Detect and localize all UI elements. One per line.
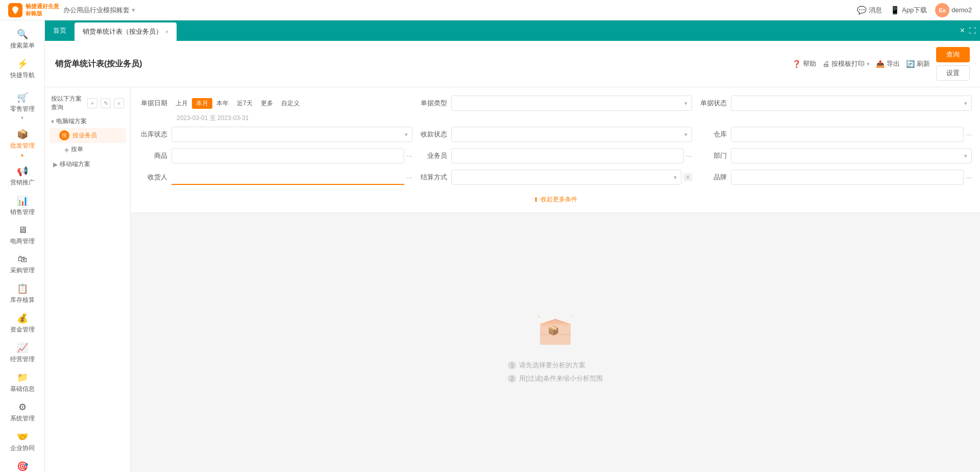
- tab-sales-stat[interactable]: 销货单统计表（按业务员） ×: [75, 22, 177, 41]
- svg-point-9: [566, 320, 567, 321]
- sub-scheme-item[interactable]: ◈ 按单: [49, 143, 126, 156]
- pc-scheme-title[interactable]: ▾ 电脑端方案: [49, 115, 126, 128]
- sidebar-item-newbie[interactable]: 🎯 新手引导: [0, 457, 44, 472]
- logo-icon: [8, 3, 22, 17]
- date-more[interactable]: 更多: [257, 97, 277, 110]
- pc-scheme-arrow: ▾: [51, 118, 54, 125]
- sidebar-item-finance[interactable]: 💰 资金管理: [0, 309, 44, 338]
- doc-type-select[interactable]: ▾: [451, 96, 692, 111]
- avatar: Ea: [935, 3, 949, 17]
- brand-dots[interactable]: ···: [966, 173, 972, 181]
- receiver-label: 收货人: [139, 173, 167, 182]
- empty-tips: 1 请先选择要分析的方案 2 用[过滤]条件来缩小分析范围: [508, 361, 602, 383]
- doc-status-arrow-icon: ▾: [964, 100, 967, 107]
- system-icon: ⚙: [18, 402, 27, 413]
- maximize-icon[interactable]: ⛶: [969, 27, 976, 35]
- receiver-input[interactable]: [172, 170, 404, 185]
- sidebar-label-inventory: 库存核算: [10, 296, 35, 304]
- warehouse-dots[interactable]: ···: [966, 130, 972, 138]
- sidebar-item-search[interactable]: 🔍 搜索菜单: [0, 25, 44, 54]
- page-header: 销货单统计表(按业务员) ❓ 帮助 🖨 按模板打印 ▾ 📤 导出: [45, 41, 980, 87]
- sidebar-label-search: 搜索菜单: [10, 41, 35, 50]
- app-download-action[interactable]: 📱 App下载: [890, 6, 927, 15]
- query-button[interactable]: 查询: [936, 47, 970, 62]
- topbar: 畅捷通好生意 标账版 办公用品行业模拟账套 ▾ 💬 消息 📱 App下载 Ea …: [0, 0, 980, 20]
- svg-point-7: [538, 316, 540, 318]
- warehouse-input[interactable]: [731, 127, 964, 142]
- refresh-button[interactable]: 🔄 刷新: [906, 59, 930, 68]
- message-action[interactable]: 💬 消息: [857, 6, 882, 15]
- app-selector[interactable]: 办公用品行业模拟账套 ▾: [63, 6, 135, 15]
- sidebar-item-retail[interactable]: 🛒 零售管理 ▾: [0, 88, 44, 125]
- collapse-button[interactable]: ⬆ 收起更多条件: [533, 195, 577, 204]
- enterprise-icon: 🤝: [17, 431, 28, 442]
- sidebar-item-wholesale[interactable]: 📦 批发管理 ▴: [0, 125, 44, 161]
- content-area: 📦 1 请先选择要分析的方案 2 用[过滤]条件来缩小分析范围: [131, 213, 980, 472]
- sidebar-item-purchase[interactable]: 🛍 采购管理: [0, 250, 44, 279]
- payment-method-label: 结算方式: [419, 173, 447, 182]
- filter-section: 单据日期 上月 本月 本年 近7天 更多 自定义: [131, 87, 980, 213]
- filter-row-2: 出库状态 ▾ 收款状态 ▾: [139, 127, 972, 142]
- sidebar-item-ecommerce[interactable]: 🖥 电商管理: [0, 221, 44, 250]
- scheme-item-label: 按业务员: [72, 131, 97, 140]
- help-button[interactable]: ❓ 帮助: [792, 59, 816, 68]
- filter-payment-method: 结算方式 ▾ ×: [419, 170, 692, 185]
- mobile-scheme-label: 移动端方案: [60, 160, 90, 169]
- department-arrow-icon: ▾: [964, 153, 967, 159]
- user-profile[interactable]: Ea demo2: [935, 3, 972, 17]
- doc-status-label: 单据状态: [698, 99, 727, 108]
- inventory-icon: 📋: [17, 283, 28, 294]
- date-custom[interactable]: 自定义: [277, 97, 304, 110]
- sidebar-label-marketing: 营销推广: [10, 178, 35, 187]
- sidebar-item-inventory[interactable]: 📋 库存核算: [0, 279, 44, 309]
- date-label: 单据日期: [139, 99, 167, 108]
- inner-layout: 按以下方案查询 + ✎ « ▾ 电脑端方案 按: [45, 87, 980, 472]
- sidebar-label-quick: 快捷导航: [10, 71, 35, 80]
- sidebar-item-enterprise[interactable]: 🤝 企业协同: [0, 427, 44, 457]
- salesperson-dots[interactable]: ···: [686, 152, 692, 160]
- mobile-scheme[interactable]: ▶ 移动端方案: [49, 158, 126, 171]
- date-last-month[interactable]: 上月: [172, 97, 192, 110]
- sidebar-item-sales[interactable]: 📊 销售管理: [0, 191, 44, 221]
- payment-method-select[interactable]: ▾: [451, 170, 681, 185]
- doc-status-select[interactable]: ▾: [731, 96, 972, 111]
- goods-input[interactable]: [172, 148, 404, 163]
- print-button[interactable]: 🖨 按模板打印 ▾: [822, 59, 870, 68]
- active-scheme-item[interactable]: 按 按业务员: [49, 128, 126, 143]
- page-content: 销货单统计表(按业务员) ❓ 帮助 🖨 按模板打印 ▾ 📤 导出: [45, 41, 980, 472]
- ecommerce-icon: 🖥: [18, 225, 27, 235]
- pc-scheme-label: 电脑端方案: [56, 117, 87, 126]
- settings-button[interactable]: 设置: [936, 65, 970, 81]
- sub-item-label: 按单: [71, 145, 83, 154]
- add-scheme-button[interactable]: +: [87, 98, 97, 108]
- export-button[interactable]: 📤 导出: [876, 59, 900, 68]
- sidebar-label-finance: 资金管理: [10, 325, 35, 334]
- receiver-dots[interactable]: ···: [406, 173, 412, 181]
- sidebar-item-marketing[interactable]: 📢 营销推广: [0, 161, 44, 191]
- sub-item-icon: ◈: [64, 146, 69, 153]
- sidebar-item-operation[interactable]: 📈 经营管理: [0, 338, 44, 368]
- date-last7[interactable]: 近7天: [233, 97, 257, 110]
- date-range-display: 2023-03-01 至 2023-03-31: [139, 114, 972, 123]
- tab-close-icon[interactable]: ×: [165, 29, 168, 35]
- department-select[interactable]: ▾: [731, 148, 972, 163]
- quick-icon: ⚡: [17, 58, 28, 69]
- goods-dots[interactable]: ···: [406, 152, 412, 160]
- collapse-panel-button[interactable]: «: [114, 98, 124, 108]
- tab-home[interactable]: 首页: [45, 26, 75, 35]
- sidebar-item-quick[interactable]: ⚡ 快捷导航: [0, 54, 44, 84]
- date-this-year[interactable]: 本年: [212, 97, 233, 110]
- sidebar-item-base[interactable]: 📁 基础信息: [0, 368, 44, 397]
- salesperson-input[interactable]: [451, 148, 684, 163]
- out-status-select[interactable]: ▾: [172, 127, 412, 142]
- edit-scheme-button[interactable]: ✎: [101, 98, 111, 108]
- brand-input[interactable]: [731, 170, 964, 185]
- payment-method-clear[interactable]: ×: [683, 173, 692, 181]
- payment-status-select[interactable]: ▾: [451, 127, 692, 142]
- topbar-right: 💬 消息 📱 App下载 Ea demo2: [857, 3, 972, 17]
- date-this-month[interactable]: 本月: [192, 98, 212, 109]
- sidebar-item-system[interactable]: ⚙ 系统管理: [0, 397, 44, 427]
- filter-date: 单据日期 上月 本月 本年 近7天 更多 自定义: [139, 97, 412, 110]
- sidebar-label-purchase: 采购管理: [10, 266, 35, 275]
- close-window-icon[interactable]: ×: [960, 26, 965, 35]
